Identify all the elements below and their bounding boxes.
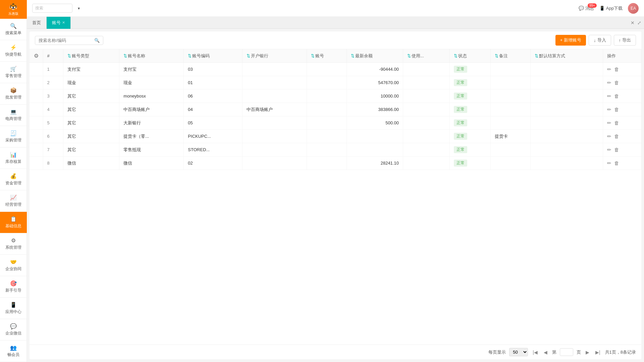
tab-account[interactable]: 账号✕: [47, 17, 71, 29]
sidebar-icon-cooperation: 🤝: [1, 259, 25, 265]
sidebar-icon-search: 🔍: [1, 23, 25, 29]
sidebar-item-guide[interactable]: 🎯新手引导: [0, 276, 27, 298]
th-default-settle[interactable]: ⇅默认结算方式: [530, 49, 603, 63]
row-balance-5: [347, 130, 403, 143]
delete-button-3[interactable]: 🗑: [614, 107, 619, 113]
row-remark-1: [490, 76, 530, 89]
sidebar-item-purchase[interactable]: 🧾采购管理: [0, 126, 27, 147]
delete-button-6[interactable]: 🗑: [614, 147, 619, 153]
delete-button-7[interactable]: 🗑: [614, 160, 619, 166]
page-last-btn[interactable]: ▶|: [594, 349, 602, 356]
th-status[interactable]: ⇅状态: [450, 49, 490, 63]
sidebar-item-wechat[interactable]: 💬企业微信: [0, 319, 27, 341]
sidebar-item-retail[interactable]: 🛒零售管理: [0, 62, 27, 83]
status-badge-2: 正常: [454, 93, 467, 100]
delete-button-5[interactable]: 🗑: [614, 133, 619, 139]
th-balance[interactable]: ⇅最新余额: [347, 49, 403, 63]
close-tab-button[interactable]: ✕: [631, 20, 635, 25]
edit-button-0[interactable]: ✏: [607, 66, 611, 72]
row-default-settle-5: [530, 130, 603, 143]
accounts-table: ⚙ # ⇅账号类型 ⇅账号名称 ⇅账号编码 ⇅开户银行 ⇅账号 ⇅最新余额 ⇅使…: [30, 49, 641, 170]
page-first-btn[interactable]: |◀: [531, 349, 539, 356]
export-label: 导出: [622, 37, 631, 43]
app-download-button[interactable]: 📱 App下载: [599, 5, 623, 11]
row-status-6: 正常: [450, 143, 490, 157]
edit-button-6[interactable]: ✏: [607, 147, 611, 153]
th-type[interactable]: ⇅账号类型: [63, 49, 119, 63]
table-row: 4 其它 中百商场账户 04 中百商场账户 383866.00 正常 ✏ 🗑: [30, 103, 641, 116]
table-row: 6 其它 提货卡（零... PICKUPC... 正常 提货卡 ✏ 🗑: [30, 130, 641, 143]
th-name[interactable]: ⇅账号名称: [119, 49, 184, 63]
delete-button-0[interactable]: 🗑: [614, 66, 619, 72]
sidebar-icon-wholesale: 📦: [1, 87, 25, 94]
expand-tab-button[interactable]: ⤢: [637, 20, 641, 25]
tab-home[interactable]: 首页: [27, 17, 47, 29]
row-actions-2: ✏ 🗑: [603, 89, 641, 103]
row-actions-4: ✏ 🗑: [603, 116, 641, 130]
row-account-6: [307, 143, 346, 157]
search-icon: 🔍: [94, 38, 100, 43]
row-type-7: 微信: [63, 157, 119, 170]
sidebar-item-ecommerce[interactable]: 💻电商管理: [0, 105, 27, 126]
row-type-6: 其它: [63, 143, 119, 157]
th-account[interactable]: ⇅账号: [307, 49, 346, 63]
th-bank[interactable]: ⇅开户银行: [242, 49, 307, 63]
sidebar-label-wholesale: 批发管理: [1, 95, 25, 100]
topbar-right: 💬 消息 99+ 📱 App下载 EA: [579, 3, 639, 14]
sidebar-item-inventory[interactable]: 📊库存核算: [0, 147, 27, 169]
sidebar-item-operation[interactable]: 📈经营管理: [0, 190, 27, 212]
search-box[interactable]: 🔍: [35, 36, 103, 45]
row-balance-1: 547670.00: [347, 76, 403, 89]
edit-button-4[interactable]: ✏: [607, 120, 611, 126]
sidebar-icon-capital: 💰: [1, 173, 25, 179]
page-next-btn[interactable]: ▶: [584, 349, 591, 356]
th-code[interactable]: ⇅账号编码: [184, 49, 243, 63]
row-status-7: 正常: [450, 157, 490, 170]
import-button[interactable]: ↓ 导入: [589, 35, 611, 46]
search-input[interactable]: [39, 38, 92, 43]
sidebar-item-basic-info[interactable]: 📋基础信息: [0, 212, 27, 233]
edit-button-1[interactable]: ✏: [607, 80, 611, 86]
topbar-search: 搜索: [32, 4, 72, 13]
edit-button-2[interactable]: ✏: [607, 93, 611, 99]
status-badge-1: 正常: [454, 79, 467, 86]
toolbar-right: + 新增账号 ↓ 导入 ↑ 导出: [555, 35, 636, 46]
sidebar-item-app-center[interactable]: 📱应用中心: [0, 298, 27, 319]
page-prev-btn[interactable]: ◀: [542, 349, 549, 356]
th-usage[interactable]: ⇅使用...: [403, 49, 450, 63]
user-avatar[interactable]: EA: [628, 3, 639, 14]
sidebar-icon-system: ⚙: [1, 237, 25, 244]
tab-close-account[interactable]: ✕: [62, 20, 65, 25]
th-settings[interactable]: ⚙: [30, 49, 43, 63]
row-code-1: 01: [184, 76, 243, 89]
sidebar-item-system[interactable]: ⚙系统管理: [0, 233, 27, 255]
topbar-dropdown[interactable]: ▾: [76, 6, 80, 11]
row-name-7: 微信: [119, 157, 184, 170]
message-button[interactable]: 💬 消息 99+: [579, 5, 594, 11]
page-input[interactable]: 1: [560, 348, 573, 356]
delete-button-1[interactable]: 🗑: [614, 80, 619, 86]
sidebar-item-quick-nav[interactable]: ⚡快捷导航: [0, 40, 27, 62]
row-num-7: 8: [43, 157, 63, 170]
page-container: 🔍 + 新增账号 ↓ 导入 ↑ 导出 ⚙: [30, 32, 641, 359]
edit-button-7[interactable]: ✏: [607, 160, 611, 166]
add-account-button[interactable]: + 新增账号: [555, 35, 586, 46]
sidebar-label-search: 搜索菜单: [1, 30, 25, 36]
page-size-select[interactable]: 50 100 200: [509, 348, 528, 356]
sidebar-item-member[interactable]: 👥畅会员: [0, 341, 27, 362]
sidebar-label-wechat: 企业微信: [1, 330, 25, 336]
settings-icon[interactable]: ⚙: [34, 53, 39, 59]
sidebar-item-wholesale[interactable]: 📦批发管理: [0, 83, 27, 105]
delete-button-2[interactable]: 🗑: [614, 93, 619, 99]
tab-label-account: 账号: [52, 20, 61, 26]
edit-button-3[interactable]: ✏: [607, 107, 611, 113]
edit-button-5[interactable]: ✏: [607, 133, 611, 139]
row-remark-0: [490, 63, 530, 76]
sidebar-item-search[interactable]: 🔍搜索菜单: [0, 19, 27, 40]
tabs-bar: 首页账号✕ ✕ ⤢: [27, 17, 644, 29]
sidebar-item-capital[interactable]: 💰资金管理: [0, 169, 27, 190]
th-remark[interactable]: ⇅备注: [490, 49, 530, 63]
delete-button-4[interactable]: 🗑: [614, 120, 619, 126]
sidebar-item-cooperation[interactable]: 🤝企业协同: [0, 255, 27, 276]
export-button[interactable]: ↑ 导出: [614, 35, 636, 46]
